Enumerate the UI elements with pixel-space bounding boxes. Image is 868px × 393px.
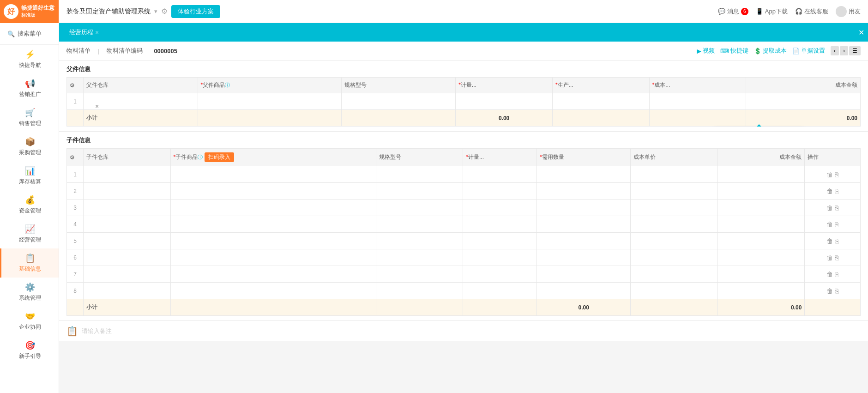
sidebar-item-sales[interactable]: 🛒销售管理	[0, 103, 59, 132]
child-warehouse-7[interactable]	[84, 266, 171, 283]
app-download-item[interactable]: 📱 App下载	[756, 7, 788, 16]
cost-action[interactable]: 💲 提取成本	[754, 47, 787, 55]
dropdown-icon[interactable]: ▾	[154, 8, 157, 15]
child-warehouse-1[interactable]	[84, 166, 171, 183]
child-spec-7[interactable]	[376, 266, 463, 283]
child-need-qty-2[interactable]	[537, 183, 631, 200]
sidebar-item-system[interactable]: ⚙️系统管理	[0, 278, 59, 307]
parent-spec-1[interactable]	[341, 93, 456, 110]
parent-warehouse-1[interactable]	[84, 93, 198, 110]
delete-icon-4[interactable]: 🗑	[826, 221, 833, 228]
child-spec-1[interactable]	[376, 166, 463, 183]
settings-action[interactable]: 📄 单据设置	[792, 47, 825, 55]
child-goods-2[interactable]	[170, 183, 376, 200]
copy-icon-4[interactable]: ⎘	[835, 221, 838, 228]
sidebar-item-quick-nav[interactable]: ⚡快捷导航	[0, 45, 59, 74]
parent-cost-1[interactable]	[649, 93, 746, 110]
copy-icon-6[interactable]: ⎘	[835, 254, 838, 261]
child-unit-4[interactable]	[463, 216, 537, 233]
child-unit-cost-3[interactable]	[631, 200, 718, 216]
tab-经营情况[interactable]: 经营情况 ✕	[63, 0, 105, 5]
delete-icon-1[interactable]: 🗑	[826, 171, 833, 178]
child-goods-6[interactable]	[170, 249, 376, 266]
sidebar-item-cooperation[interactable]: 🤝企业协同	[0, 307, 59, 336]
child-warehouse-4[interactable]	[84, 216, 171, 233]
sidebar-item-marketing[interactable]: 📢营销推广	[0, 74, 59, 103]
child-unit-cost-8[interactable]	[631, 283, 718, 299]
sidebar-item-basic[interactable]: 📋基础信息	[0, 248, 59, 278]
child-need-qty-7[interactable]	[537, 266, 631, 283]
copy-icon-5[interactable]: ⎘	[835, 237, 838, 245]
sidebar-item-guide[interactable]: 🎯新手引导	[0, 336, 59, 365]
tab-close-利润报告[interactable]: ✕	[95, 12, 99, 17]
menu-button[interactable]: ☰	[849, 46, 861, 55]
copy-icon-8[interactable]: ⎘	[835, 287, 838, 295]
sidebar-item-operation[interactable]: 📈经营管理	[0, 219, 59, 248]
child-unit-cost-6[interactable]	[631, 249, 718, 266]
child-unit-6[interactable]	[463, 249, 537, 266]
parent-col-settings[interactable]: ⚙	[67, 78, 84, 93]
child-unit-cost-5[interactable]	[631, 233, 718, 249]
delete-icon-3[interactable]: 🗑	[826, 204, 833, 212]
child-goods-8[interactable]	[170, 283, 376, 299]
child-need-qty-5[interactable]	[537, 233, 631, 249]
trial-button[interactable]: 体验行业方案	[171, 5, 220, 18]
child-unit-1[interactable]	[463, 166, 537, 183]
child-spec-4[interactable]	[376, 216, 463, 233]
search-button[interactable]: 🔍 搜索菜单	[4, 27, 55, 41]
child-need-qty-8[interactable]	[537, 283, 631, 299]
child-unit-cost-7[interactable]	[631, 266, 718, 283]
shortcut-action[interactable]: ⌨ 快捷键	[720, 47, 748, 55]
copy-icon-7[interactable]: ⎘	[835, 271, 838, 278]
child-unit-8[interactable]	[463, 283, 537, 299]
child-unit-7[interactable]	[463, 266, 537, 283]
child-need-qty-3[interactable]	[537, 200, 631, 216]
parent-unit-1[interactable]	[456, 93, 553, 110]
tab-close-新增商品[interactable]: ✕	[95, 67, 99, 72]
tab-close-经营历程[interactable]: ✕	[95, 30, 99, 35]
child-goods-5[interactable]	[170, 233, 376, 249]
delete-icon-5[interactable]: 🗑	[826, 237, 833, 245]
child-spec-3[interactable]	[376, 200, 463, 216]
settings-icon[interactable]: ⚙	[161, 7, 168, 16]
child-goods-4[interactable]	[170, 216, 376, 233]
copy-icon-2[interactable]: ⎘	[835, 187, 838, 195]
child-unit-cost-2[interactable]	[631, 183, 718, 200]
child-need-qty-4[interactable]	[537, 216, 631, 233]
message-item[interactable]: 💬 消息 6	[718, 7, 748, 16]
child-spec-6[interactable]	[376, 249, 463, 266]
scan-button[interactable]: 扫码录入	[205, 152, 234, 162]
delete-icon-8[interactable]: 🗑	[826, 287, 833, 295]
child-warehouse-2[interactable]	[84, 183, 171, 200]
sidebar-item-finance[interactable]: 💰资金管理	[0, 190, 59, 219]
sidebar-item-purchase[interactable]: 📦采购管理	[0, 132, 59, 161]
view-action[interactable]: ▶ 视频	[697, 47, 715, 55]
online-service-item[interactable]: 🎧 在线客服	[795, 7, 828, 16]
child-need-qty-1[interactable]	[537, 166, 631, 183]
delete-icon-7[interactable]: 🗑	[826, 271, 833, 278]
copy-icon-3[interactable]: ⎘	[835, 204, 838, 212]
prev-button[interactable]: ‹	[831, 46, 839, 55]
child-warehouse-3[interactable]	[84, 200, 171, 216]
child-unit-3[interactable]	[463, 200, 537, 216]
child-spec-2[interactable]	[376, 183, 463, 200]
tab-close-商品[interactable]: ✕	[83, 48, 87, 54]
copy-icon-1[interactable]: ⎘	[835, 171, 838, 178]
child-spec-5[interactable]	[376, 233, 463, 249]
next-button[interactable]: ›	[840, 46, 848, 55]
child-need-qty-6[interactable]	[537, 249, 631, 266]
child-unit-cost-4[interactable]	[631, 216, 718, 233]
child-spec-8[interactable]	[376, 283, 463, 299]
parent-produce-1[interactable]	[552, 93, 649, 110]
tab-经营历程[interactable]: 经营历程 ✕	[63, 23, 105, 42]
close-all-icon[interactable]: ✕	[858, 28, 864, 37]
child-unit-2[interactable]	[463, 183, 537, 200]
child-warehouse-8[interactable]	[84, 283, 171, 299]
delete-icon-6[interactable]: 🗑	[826, 254, 833, 261]
tab-利润报告[interactable]: 利润报告 ✕	[63, 5, 105, 23]
child-warehouse-5[interactable]	[84, 233, 171, 249]
child-warehouse-6[interactable]	[84, 249, 171, 266]
child-goods-3[interactable]	[170, 200, 376, 216]
child-unit-5[interactable]	[463, 233, 537, 249]
child-goods-1[interactable]	[170, 166, 376, 183]
